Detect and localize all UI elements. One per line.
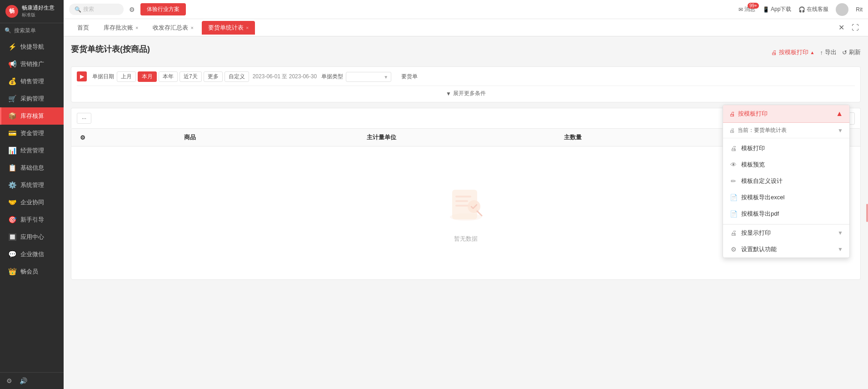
- dropdown-current-template[interactable]: 🖨 当前：要货单统计表 ▼: [723, 123, 849, 138]
- sidebar-item-purchase[interactable]: 🛒 采购管理: [0, 90, 64, 107]
- empty-text: 暂无数据: [454, 235, 478, 243]
- date-btn-this-month[interactable]: 本月: [138, 71, 157, 82]
- cooperation-icon: 🤝: [8, 198, 17, 207]
- filter-collapse-btn[interactable]: ▶: [77, 71, 87, 81]
- dropdown-title: 🖨 按模板打印: [729, 110, 768, 118]
- sidebar-item-quick-nav[interactable]: ⚡ 快捷导航: [0, 38, 64, 56]
- sidebar-item-sales[interactable]: 💰 销售管理: [0, 73, 64, 90]
- template-print-label: 模板打印: [741, 144, 843, 152]
- sidebar-item-cooperation[interactable]: 🤝 企业协同: [0, 194, 64, 211]
- more-options-btn[interactable]: ···: [77, 113, 91, 124]
- print-dropdown: 🖨 按模板打印 ▲ 🖨 当前：要货单统计表 ▼ 🖨 模板打印 👁 模: [723, 105, 850, 258]
- sidebar-item-member[interactable]: 👑 畅会员: [0, 263, 64, 280]
- sidebar-item-apps[interactable]: 🔲 应用中心: [0, 228, 64, 246]
- message-icon: ✉: [738, 6, 743, 13]
- app-download-link[interactable]: 📱 App下载: [763, 5, 791, 13]
- display-print-label: 按显示打印: [741, 229, 834, 237]
- col-product: 商品: [94, 129, 286, 146]
- date-btn-last-7days[interactable]: 近7天: [180, 71, 202, 82]
- export-icon: ↑: [820, 49, 823, 56]
- export-excel-label: 按模板导出excel: [741, 193, 843, 202]
- page-content: 要货单统计表(按商品) 🖨 按模板打印 ▲ ↑ 导出 ↺ 刷新: [64, 36, 868, 389]
- search-icon: 🔍: [5, 27, 11, 34]
- service-icon: 🎧: [798, 6, 805, 13]
- tab-order-summary[interactable]: 要货单统计表 ×: [202, 21, 255, 35]
- date-btn-custom[interactable]: 自定义: [224, 71, 249, 82]
- avatar[interactable]: [836, 3, 848, 16]
- dropdown-item-template-preview[interactable]: 👁 模板预览: [723, 157, 849, 173]
- print-template-button[interactable]: 🖨 按模板打印 ▲: [771, 48, 815, 56]
- sidebar-item-basic[interactable]: 📋 基础信息: [0, 159, 64, 177]
- online-service-link[interactable]: 🎧 在线客服: [798, 5, 828, 13]
- message-badge[interactable]: ✉ 消息 99+: [738, 5, 755, 13]
- main-content: 🔍 搜索 ⚙ 体验行业方案 ✉ 消息 99+ 📱 App下载 🎧 在线客服 Ri…: [64, 0, 868, 389]
- date-btn-this-year[interactable]: 本年: [159, 71, 178, 82]
- export-button[interactable]: ↑ 导出: [820, 48, 837, 56]
- type-label: 单据类型: [321, 73, 343, 81]
- expand-icon: ▼: [446, 91, 451, 97]
- sidebar: 畅 畅康通好生意 标准版 🔍 搜索菜单 ⚡ 快捷导航 📢 营销推广 💰 销售管理…: [0, 0, 64, 389]
- dropdown-item-export-pdf[interactable]: 📄 按模板导出pdf: [723, 206, 849, 222]
- sidebar-item-label: 资金管理: [20, 129, 44, 137]
- tab-close-order-summary[interactable]: ×: [246, 25, 249, 30]
- message-count: 99+: [748, 3, 759, 9]
- app-name: 畅康通好生意: [22, 5, 55, 12]
- topbar-search[interactable]: 🔍 搜索: [69, 4, 124, 15]
- topbar-gear-icon[interactable]: ⚙: [129, 6, 135, 13]
- sidebar-item-system[interactable]: ⚙️ 系统管理: [0, 177, 64, 194]
- settings-bottom-icon[interactable]: ⚙: [6, 377, 12, 384]
- sidebar-item-label: 营销推广: [20, 60, 44, 68]
- tabbar: 首页 库存批次账 × 收发存汇总表 × 要货单统计表 × ✕ ⛶: [64, 19, 868, 36]
- date-btn-more[interactable]: 更多: [204, 71, 223, 82]
- dropdown-item-set-default[interactable]: ⚙ 设置默认功能 ▼: [723, 241, 849, 258]
- dropdown-item-template-design[interactable]: ✏ 模板自定义设计: [723, 173, 849, 189]
- template-print-icon: 🖨: [729, 145, 738, 152]
- trial-button[interactable]: 体验行业方案: [140, 3, 186, 15]
- tab-close-inventory-batch[interactable]: ×: [135, 25, 138, 30]
- dropdown-item-export-excel[interactable]: 📄 按模板导出excel: [723, 189, 849, 206]
- type-select[interactable]: [346, 72, 391, 82]
- date-btn-last-month[interactable]: 上月: [117, 71, 136, 82]
- filter-fields: 单据日期 上月 本月 本年 近7天 更多 自定义 2023-06-01 至 20…: [92, 71, 855, 82]
- scroll-indicator: [866, 204, 868, 222]
- sidebar-item-label: 系统管理: [20, 181, 44, 189]
- tab-close-window-btn[interactable]: ✕: [837, 22, 846, 33]
- sidebar-bottom: ⚙ 🔊: [0, 372, 64, 389]
- purchase-icon: 🛒: [8, 95, 17, 103]
- template-preview-label: 模板预览: [741, 161, 843, 169]
- sidebar-item-label: 企业协同: [20, 198, 44, 207]
- dropdown-item-template-print[interactable]: 🖨 模板打印: [723, 140, 849, 157]
- topbar: 🔍 搜索 ⚙ 体验行业方案 ✉ 消息 99+ 📱 App下载 🎧 在线客服 Ri…: [64, 0, 868, 19]
- tab-home[interactable]: 首页: [71, 21, 95, 35]
- date-range: 2023-06-01 至 2023-06-30: [253, 73, 317, 81]
- marketing-icon: 📢: [8, 60, 17, 68]
- refresh-button[interactable]: ↺ 刷新: [842, 48, 861, 56]
- tab-maximize-btn[interactable]: ⛶: [850, 23, 861, 33]
- sidebar-item-marketing[interactable]: 📢 营销推广: [0, 56, 64, 73]
- set-default-icon: ⚙: [729, 246, 738, 253]
- dropdown-item-display-print[interactable]: 🖨 按显示打印 ▼: [723, 224, 849, 241]
- guide-icon: 🎯: [8, 216, 17, 224]
- sidebar-item-label: 基础信息: [20, 164, 44, 172]
- sales-icon: 💰: [8, 77, 17, 86]
- printer-header-icon: 🖨: [729, 111, 735, 117]
- date-label: 单据日期: [92, 73, 114, 81]
- tab-close-receipt-summary[interactable]: ×: [190, 25, 193, 30]
- sidebar-item-finance[interactable]: 💳 资金管理: [0, 125, 64, 142]
- col-settings[interactable]: ⚙: [71, 130, 94, 146]
- tab-inventory-batch[interactable]: 库存批次账 ×: [97, 21, 145, 35]
- sound-icon[interactable]: 🔊: [20, 377, 27, 384]
- sidebar-item-wechat[interactable]: 💬 企业微信: [0, 246, 64, 263]
- svg-rect-3: [455, 200, 468, 202]
- inventory-icon: 📦: [8, 112, 17, 120]
- sidebar-item-inventory[interactable]: 📦 库存核算: [0, 107, 64, 125]
- sidebar-item-guide[interactable]: 🎯 新手引导: [0, 211, 64, 228]
- page-title: 要货单统计表(按商品): [71, 44, 150, 55]
- quick-nav-icon: ⚡: [8, 43, 17, 51]
- sidebar-search[interactable]: 🔍 搜索菜单: [0, 23, 64, 38]
- tab-receipt-summary[interactable]: 收发存汇总表 ×: [146, 21, 200, 35]
- dropdown-close-btn[interactable]: ▲: [836, 110, 843, 118]
- sidebar-item-operation[interactable]: 📊 经营管理: [0, 142, 64, 159]
- filter-expand[interactable]: ▼ 展开更多条件: [77, 86, 855, 97]
- template-design-icon: ✏: [729, 177, 738, 185]
